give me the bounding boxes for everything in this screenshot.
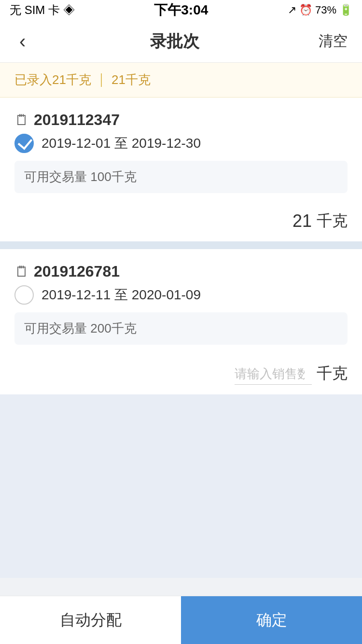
nav-icon: ↗ — [288, 4, 296, 16]
batch-1-radio[interactable] — [14, 134, 34, 153]
batch-item-1: 🗒 2019112347 2019-12-01 至 2019-12-30 可用交… — [0, 98, 362, 193]
status-time: 下午3:04 — [154, 1, 208, 19]
bottom-bar: 自动分配 确定 — [0, 596, 362, 644]
batch-2-icon: 🗒 — [14, 264, 29, 280]
batch-1-available: 可用交易量 100千克 — [14, 161, 348, 193]
auto-distribute-button[interactable]: 自动分配 — [0, 596, 181, 644]
batch-1-icon: 🗒 — [14, 112, 29, 128]
status-left: 无 SIM 卡 ◈ — [10, 2, 75, 18]
battery-icon: 🔋 — [339, 4, 352, 16]
batch-2-date-row: 2019-12-11 至 2020-01-09 — [14, 285, 348, 305]
nav-bar: ‹ 录批次 清空 — [0, 20, 362, 63]
batch-card-1: 🗒 2019112347 2019-12-01 至 2019-12-30 可用交… — [0, 98, 362, 241]
confirm-button[interactable]: 确定 — [181, 596, 362, 644]
batch-2-available: 可用交易量 200千克 — [14, 312, 348, 345]
batch-2-date: 2019-12-11 至 2020-01-09 — [42, 286, 201, 304]
batch-1-unit: 千克 — [317, 210, 348, 232]
battery-percent: 73% — [315, 4, 336, 16]
section-divider — [0, 241, 362, 249]
batch-2-input-row: 千克 — [0, 354, 362, 394]
info-banner: 已录入21千克 21千克 — [0, 63, 362, 98]
sim-label: 无 SIM 卡 ◈ — [10, 2, 75, 18]
batch-item-2: 🗒 2019126781 2019-12-11 至 2020-01-09 可用交… — [0, 249, 362, 345]
status-right: ↗ ⏰ 73% 🔋 — [288, 4, 352, 16]
status-bar: 无 SIM 卡 ◈ 下午3:04 ↗ ⏰ 73% 🔋 — [0, 0, 362, 20]
banner-divider — [101, 73, 102, 87]
batch-1-date: 2019-12-01 至 2019-12-30 — [42, 134, 201, 153]
batch-card-2: 🗒 2019126781 2019-12-11 至 2020-01-09 可用交… — [0, 249, 362, 394]
alarm-icon: ⏰ — [299, 4, 312, 16]
back-button[interactable]: ‹ — [14, 26, 30, 57]
batch-1-date-row: 2019-12-01 至 2019-12-30 — [14, 134, 348, 153]
batch-1-id: 2019112347 — [34, 111, 120, 129]
batch-1-input-row: 21 千克 — [0, 203, 362, 241]
batch-2-unit: 千克 — [317, 363, 348, 384]
batch-2-header: 🗒 2019126781 — [14, 263, 348, 280]
recorded-label: 已录入21千克 — [14, 71, 91, 88]
batch-1-header: 🗒 2019112347 — [14, 111, 348, 129]
page-title: 录批次 — [150, 30, 199, 53]
bottom-content-area — [0, 394, 362, 578]
clear-button[interactable]: 清空 — [319, 31, 348, 51]
recorded-value: 21千克 — [111, 71, 151, 88]
batch-1-quantity: 21 — [292, 211, 312, 231]
batch-2-id: 2019126781 — [34, 263, 120, 280]
batch-2-radio[interactable] — [14, 285, 34, 305]
batch-2-quantity-input[interactable] — [235, 362, 312, 385]
